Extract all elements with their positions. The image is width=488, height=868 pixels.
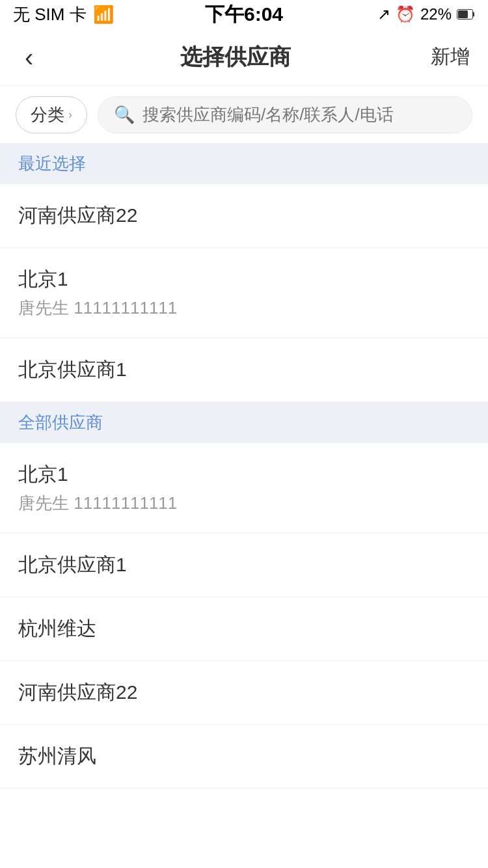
list-item[interactable]: 北京供应商1 [0, 534, 488, 597]
new-action-button[interactable]: 新增 [431, 44, 470, 70]
battery-icon [457, 5, 475, 23]
status-bar: 无 SIM 卡 📶 下午6:04 ↗ ⏰ 22% [0, 0, 488, 29]
filter-bar: 分类 › 🔍 [0, 86, 488, 143]
recent-section-header: 最近选择 [0, 143, 488, 184]
battery-percent: 22% [420, 5, 452, 23]
list-item[interactable]: 河南供应商22 [0, 661, 488, 725]
all-items-list: 北京1唐先生 11111111111北京供应商1杭州维达河南供应商22苏州清风 [0, 443, 488, 789]
search-box[interactable]: 🔍 [98, 96, 472, 133]
category-label: 分类 [31, 103, 64, 126]
all-section-header: 全部供应商 [0, 402, 488, 443]
location-icon: ↗ [377, 5, 390, 23]
recent-section-label: 最近选择 [18, 154, 86, 173]
item-sub: 唐先生 11111111111 [18, 492, 470, 515]
status-left: 无 SIM 卡 📶 [13, 3, 114, 26]
nav-bar: ‹ 选择供应商 新增 [0, 29, 488, 86]
search-input[interactable] [142, 105, 456, 125]
item-name: 北京1 [18, 461, 470, 488]
svg-rect-1 [458, 10, 468, 18]
item-name: 苏州清风 [18, 743, 470, 770]
alarm-icon: ⏰ [396, 5, 415, 23]
category-button[interactable]: 分类 › [16, 96, 87, 133]
item-name: 北京供应商1 [18, 357, 470, 383]
list-item[interactable]: 北京1唐先生 11111111111 [0, 443, 488, 534]
item-name: 北京1 [18, 266, 470, 293]
item-name: 河南供应商22 [18, 202, 470, 229]
list-item[interactable]: 苏州清风 [0, 725, 488, 789]
list-item[interactable]: 杭州维达 [0, 597, 488, 661]
status-time: 下午6:04 [205, 1, 283, 28]
back-button[interactable]: ‹ [18, 38, 40, 77]
list-item[interactable]: 北京1唐先生 11111111111 [0, 248, 488, 338]
chevron-right-icon: › [68, 108, 72, 122]
item-name: 北京供应商1 [18, 552, 470, 578]
item-name: 河南供应商22 [18, 679, 470, 706]
page-title: 选择供应商 [180, 42, 291, 72]
wifi-icon: 📶 [93, 5, 114, 25]
item-sub: 唐先生 11111111111 [18, 297, 470, 319]
list-item[interactable]: 河南供应商22 [0, 184, 488, 248]
search-icon: 🔍 [114, 105, 135, 125]
no-sim-text: 无 SIM 卡 [13, 3, 87, 26]
item-name: 杭州维达 [18, 616, 470, 642]
status-right: ↗ ⏰ 22% [377, 5, 475, 23]
recent-items-list: 河南供应商22北京1唐先生 11111111111北京供应商1 [0, 184, 488, 402]
list-item[interactable]: 北京供应商1 [0, 338, 488, 402]
all-section-label: 全部供应商 [18, 413, 103, 432]
